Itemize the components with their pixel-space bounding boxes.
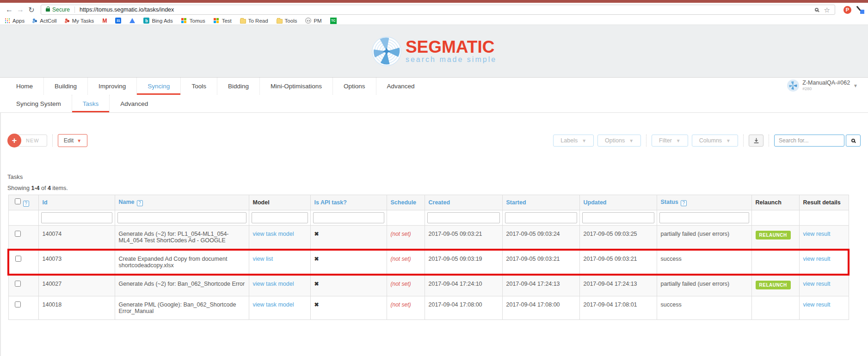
subnav-item-syncing-system[interactable]: Syncing System <box>6 95 72 112</box>
view-result-link[interactable]: view result <box>803 281 831 287</box>
table-row: 140027 Generate Ads (~2) for: Ban_062_Sh… <box>8 275 849 296</box>
header-id[interactable]: Id <box>43 199 48 206</box>
export-download-button[interactable] <box>749 135 763 147</box>
url-text[interactable]: https://tomus.segmatic.io/tasks/index <box>80 6 174 13</box>
search-input[interactable] <box>774 135 844 147</box>
bookmark-calendar[interactable]: 31 <box>115 18 121 24</box>
select-all-checkbox[interactable] <box>15 198 21 204</box>
header-updated[interactable]: Updated <box>584 199 607 206</box>
nav-item-bidding[interactable]: Bidding <box>217 78 259 95</box>
subnav-item-tasks[interactable]: Tasks <box>72 95 110 112</box>
bookmark-tomus[interactable]: Tomus <box>181 18 205 24</box>
address-bar[interactable]: Secure https://tomus.segmatic.io/tasks/i… <box>41 5 835 15</box>
secure-lock-icon <box>46 8 50 12</box>
header-started[interactable]: Started <box>506 199 526 206</box>
header-status[interactable]: Status <box>661 199 678 205</box>
table-row: 140018 Generate PML (Google): Ban_062_Sh… <box>8 296 849 319</box>
view-result-link[interactable]: view result <box>803 256 831 262</box>
header-schedule[interactable]: Schedule <box>391 199 417 206</box>
user-menu[interactable]: Z-ManualQA-#062 #280 ▼ <box>787 80 858 92</box>
bookmark-star-icon[interactable]: ☆ <box>824 6 830 13</box>
browser-toolbar: ← → ↻ Secure https://tomus.segmatic.io/t… <box>0 3 868 17</box>
bookmark-bing-ads[interactable]: bBing Ads <box>143 18 172 24</box>
table-row: 140074 Generate Ads (~2) for: PL1_054-ML… <box>8 226 849 250</box>
view-task-model-link[interactable]: view task model <box>253 301 294 308</box>
cell-status: partially failed (user errors) <box>657 275 751 296</box>
view-task-model-link[interactable]: view task model <box>253 281 294 287</box>
subnav-item-advanced[interactable]: Advanced <box>109 95 159 112</box>
search-button[interactable] <box>846 135 861 147</box>
table-header-row: ? Id Name? Model Is API task? Schedule C… <box>8 195 849 210</box>
view-result-link[interactable]: view result <box>803 231 831 237</box>
filter-input-status[interactable] <box>659 212 749 223</box>
user-name: Z-ManualQA-#062 <box>802 80 850 86</box>
zoom-out-icon[interactable] <box>815 8 819 12</box>
nav-item-building[interactable]: Building <box>43 78 87 95</box>
new-task-button[interactable]: + NEW <box>7 134 47 147</box>
nav-item-syncing[interactable]: Syncing <box>136 78 180 95</box>
cell-started: 2017-09-04 17:08:00 <box>502 296 579 319</box>
extension-p-icon[interactable]: P <box>843 6 851 14</box>
page-left-edge <box>0 113 1 356</box>
view-result-link[interactable]: view result <box>803 301 831 308</box>
header-is-api-task[interactable]: Is API task? <box>314 199 347 206</box>
toolbar-divider <box>743 135 744 147</box>
row-checkbox[interactable] <box>15 301 21 307</box>
filter-dropdown-button[interactable]: Filter ▼ <box>652 135 688 147</box>
bookmark-pm[interactable]: PM <box>305 18 321 24</box>
nav-item-home[interactable]: Home <box>6 78 43 95</box>
bookmark-test[interactable]: Test <box>214 18 232 24</box>
view-list-link[interactable]: view list <box>253 256 273 262</box>
bookmark-analytics[interactable] <box>129 18 135 23</box>
bookmark-tools[interactable]: Tools <box>277 18 297 24</box>
chevron-down-icon: ▼ <box>853 83 858 88</box>
cell-name: Generate Ads (~2) for: PL1_054-ML1_054-M… <box>115 226 249 250</box>
help-icon[interactable]: ? <box>23 201 29 207</box>
bookmark-apps[interactable]: Apps <box>5 18 25 24</box>
browser-back-button[interactable]: ← <box>4 6 15 14</box>
filter-input-started[interactable] <box>505 212 577 223</box>
row-checkbox[interactable] <box>15 281 21 287</box>
nav-item-mini-optimisations[interactable]: Mini-Optimisations <box>259 78 332 95</box>
filter-input-id[interactable] <box>41 212 112 223</box>
filter-input-created[interactable] <box>427 212 500 223</box>
bookmark-tc[interactable]: TC <box>330 18 337 24</box>
bookmark-gmail[interactable]: M <box>102 18 107 24</box>
toolbar-divider <box>646 135 646 147</box>
toolbar-divider <box>769 135 769 147</box>
help-icon[interactable]: ? <box>681 200 687 206</box>
filter-input-model[interactable] <box>252 212 308 223</box>
relaunch-button[interactable]: RELAUNCH <box>756 231 791 239</box>
browser-forward-button[interactable]: → <box>15 6 26 14</box>
nav-item-advanced[interactable]: Advanced <box>376 78 425 95</box>
row-checkbox[interactable] <box>15 256 21 262</box>
filter-input-updated[interactable] <box>582 212 654 223</box>
chevron-down-icon: ▼ <box>676 138 681 143</box>
help-icon[interactable]: ? <box>137 200 143 206</box>
header-name[interactable]: Name <box>119 199 135 205</box>
browser-refresh-button[interactable]: ↻ <box>26 6 37 14</box>
view-task-model-link[interactable]: view task model <box>253 231 294 237</box>
api-false-icon: ✖ <box>314 301 319 308</box>
columns-dropdown-button[interactable]: Columns ▼ <box>692 135 738 147</box>
nav-item-options[interactable]: Options <box>332 78 376 95</box>
bookmark-my-tasks[interactable]: My Tasks <box>65 18 94 24</box>
omnibox-divider <box>74 6 75 13</box>
header-result-details: Result details <box>803 199 841 206</box>
filter-input-name[interactable] <box>117 212 246 223</box>
header-created[interactable]: Created <box>429 199 450 206</box>
nav-item-improving[interactable]: Improving <box>87 78 136 95</box>
row-checkbox[interactable] <box>15 231 21 237</box>
bookmark-to-read[interactable]: To Read <box>240 18 268 24</box>
nav-item-tools[interactable]: Tools <box>180 78 217 95</box>
labels-dropdown-button[interactable]: Labels ▼ <box>553 135 594 147</box>
relaunch-button[interactable]: RELAUNCH <box>756 281 791 289</box>
bookmark-actcoll[interactable]: ActColl <box>33 18 56 24</box>
mytasks-icon <box>65 18 68 21</box>
filter-input-is-api-task[interactable] <box>313 212 384 223</box>
options-dropdown-button[interactable]: Options ▼ <box>597 135 641 147</box>
user-avatar <box>787 80 799 92</box>
color-picker-extension-icon[interactable] <box>856 6 864 14</box>
cell-updated: 2017-09-05 09:03:25 <box>579 226 657 250</box>
edit-dropdown-button[interactable]: Edit ▼ <box>58 134 87 147</box>
